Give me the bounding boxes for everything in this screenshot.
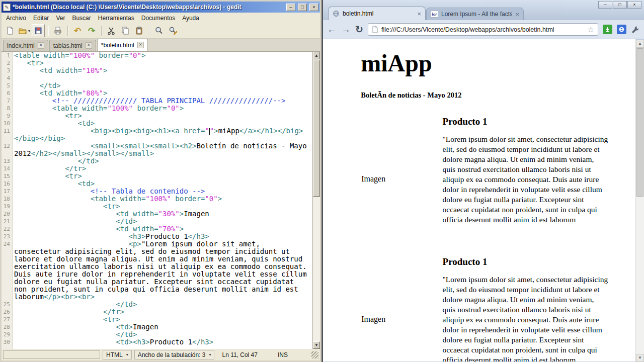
page-scrollbar[interactable]: ▲ ▼ bbox=[635, 40, 644, 362]
gedit-app-icon: ✎ bbox=[3, 4, 11, 11]
line-number: 18 bbox=[2, 195, 13, 203]
new-document-button[interactable] bbox=[4, 24, 17, 37]
line-number: 3 bbox=[2, 67, 13, 74]
find-button[interactable] bbox=[152, 24, 166, 37]
code-line bbox=[13, 74, 310, 82]
editor-tab[interactable]: index.html× bbox=[3, 40, 48, 51]
editor-tab[interactable]: *boletin.html× bbox=[97, 39, 148, 51]
address-bar[interactable]: file:///C:/Users/Vicente/Desktop/webapps… bbox=[368, 23, 598, 36]
gedit-titlebar[interactable]: ✎ *boletin.html (Disco local (C:) \Users… bbox=[2, 2, 320, 13]
code-row: 21 </td> bbox=[2, 218, 312, 225]
open-document-button[interactable]: ▾ bbox=[18, 24, 31, 37]
menu-buscar[interactable]: Buscar bbox=[68, 14, 94, 23]
paste-button[interactable] bbox=[133, 24, 146, 37]
extension-icon-1[interactable] bbox=[603, 25, 612, 34]
url-text: file:///C:/Users/Vicente/Desktop/webapps… bbox=[381, 26, 585, 33]
copy-button[interactable] bbox=[119, 24, 132, 37]
product-title: Producto 1 bbox=[443, 256, 631, 267]
favicon-lipsum: lor bbox=[431, 11, 438, 18]
product-title: Producto 1 bbox=[443, 116, 631, 127]
minimize-button[interactable]: – bbox=[598, 1, 612, 9]
tab-close-icon[interactable]: × bbox=[38, 42, 44, 49]
undo-button[interactable]: ↶ bbox=[71, 24, 84, 37]
browser-tab[interactable]: lorLorem Ipsum - All the facts - Li× bbox=[426, 8, 524, 20]
download-arrow-icon bbox=[605, 27, 610, 32]
scroll-down-icon[interactable]: ▼ bbox=[313, 341, 320, 349]
line-number: 29 bbox=[2, 331, 13, 338]
back-button[interactable]: ← bbox=[327, 25, 337, 34]
resize-grip[interactable] bbox=[311, 351, 318, 358]
menu-ayuda[interactable]: Ayuda bbox=[179, 14, 203, 23]
language-select-value: HTML bbox=[106, 351, 123, 358]
editor-scrollbar-thumb[interactable] bbox=[313, 60, 320, 197]
code-line: </td> bbox=[13, 218, 310, 225]
scroll-up-icon[interactable]: ▲ bbox=[313, 52, 320, 59]
code-row: 28 <td>Imagen bbox=[2, 323, 312, 331]
code-row: 29 </td> bbox=[2, 331, 312, 338]
menu-archivo[interactable]: Archivo bbox=[3, 14, 30, 23]
open-folder-icon bbox=[18, 26, 27, 35]
code-line: <p>"Lorem ipsum dolor sit amet, consecte… bbox=[13, 240, 310, 301]
close-button[interactable]: × bbox=[309, 4, 318, 11]
toolbar-separator bbox=[67, 26, 68, 36]
code-row: 20 <td width="30%">Imagen bbox=[2, 210, 312, 218]
left-spacer-cell bbox=[327, 43, 361, 361]
code-row: 17 <!-- Tabla de contenido --> bbox=[2, 188, 312, 195]
save-document-button[interactable] bbox=[32, 24, 45, 37]
code-line: <td> bbox=[13, 180, 310, 188]
code-row: 3 <td width="10%"> bbox=[2, 67, 312, 74]
line-number: 24 bbox=[2, 240, 13, 301]
product-row: ImagenProducto 1"Lorem ipsum dolor sit a… bbox=[361, 249, 631, 361]
find-replace-button[interactable] bbox=[167, 24, 180, 37]
tab-close-icon[interactable]: × bbox=[515, 11, 519, 18]
menu-ver[interactable]: Ver bbox=[52, 14, 68, 23]
line-number: 5 bbox=[2, 82, 13, 89]
browser-window: – □ × boletin.html×lorLorem Ipsum - All … bbox=[323, 0, 644, 362]
cut-button[interactable] bbox=[105, 24, 118, 37]
reload-button[interactable]: ↻ bbox=[355, 25, 363, 34]
maximize-button[interactable]: □ bbox=[298, 4, 307, 11]
code-row: 1<table width="100%" border="0"> bbox=[2, 52, 312, 59]
editor-tab[interactable]: tablas.html× bbox=[49, 40, 96, 51]
tab-close-icon[interactable]: × bbox=[417, 11, 421, 17]
browser-tab[interactable]: boletin.html× bbox=[328, 7, 426, 20]
bookmark-star-icon[interactable]: ☆ bbox=[588, 25, 594, 34]
maximize-button[interactable]: □ bbox=[613, 1, 627, 9]
line-number: 11 bbox=[2, 127, 13, 142]
code-line: <table width="100%" border="0"> bbox=[13, 105, 310, 112]
tab-close-icon[interactable]: × bbox=[86, 42, 92, 49]
product-row: ImagenProducto 1"Lorem ipsum dolor sit a… bbox=[361, 109, 631, 249]
close-button[interactable]: × bbox=[627, 1, 641, 9]
menu-documentos[interactable]: Documentos bbox=[138, 14, 179, 23]
page-icon bbox=[372, 26, 378, 33]
tab-close-icon[interactable]: × bbox=[137, 42, 144, 48]
page-scrollbar-thumb[interactable] bbox=[636, 48, 643, 197]
code-row: 5 </td> bbox=[2, 82, 312, 89]
tab-width-select[interactable]: Ancho de la tabulación: 3 ▾ bbox=[134, 350, 215, 359]
open-dropdown-icon[interactable]: ▾ bbox=[28, 29, 30, 33]
redo-button[interactable]: ↷ bbox=[85, 24, 98, 37]
line-number: 21 bbox=[2, 218, 13, 225]
language-select[interactable]: HTML ▾ bbox=[103, 350, 132, 359]
image-placeholder-label: Imagen bbox=[361, 249, 442, 361]
code-area[interactable]: 1<table width="100%" border="0">2 <tr>3 … bbox=[2, 52, 312, 349]
code-line: <small><small><small><h2>Boletín de noti… bbox=[13, 142, 310, 157]
scroll-down-icon[interactable]: ▼ bbox=[636, 354, 644, 362]
editor-scrollbar[interactable]: ▲ ▼ bbox=[312, 52, 320, 349]
redo-icon: ↷ bbox=[88, 26, 95, 36]
app-title-link[interactable]: miApp bbox=[361, 50, 432, 76]
extension-icon-2[interactable] bbox=[617, 25, 626, 34]
wrench-menu-button[interactable] bbox=[631, 25, 640, 34]
newsletter-subtitle: BoletÃ­n de noticias - Mayo 2012 bbox=[361, 91, 631, 100]
toolbar-separator bbox=[101, 26, 102, 36]
print-button[interactable] bbox=[51, 24, 64, 37]
line-number: 19 bbox=[2, 203, 13, 210]
line-number: 7 bbox=[2, 97, 13, 105]
menu-herramientas[interactable]: Herramientas bbox=[95, 14, 138, 23]
forward-button[interactable]: → bbox=[341, 25, 351, 34]
minimize-button[interactable]: – bbox=[286, 4, 295, 11]
new-document-icon bbox=[6, 26, 15, 35]
product-cell: Producto 1"Lorem ipsum dolor sit amet, c… bbox=[442, 109, 631, 249]
menu-editar[interactable]: Editar bbox=[30, 14, 52, 23]
scroll-up-icon[interactable]: ▲ bbox=[636, 40, 644, 48]
